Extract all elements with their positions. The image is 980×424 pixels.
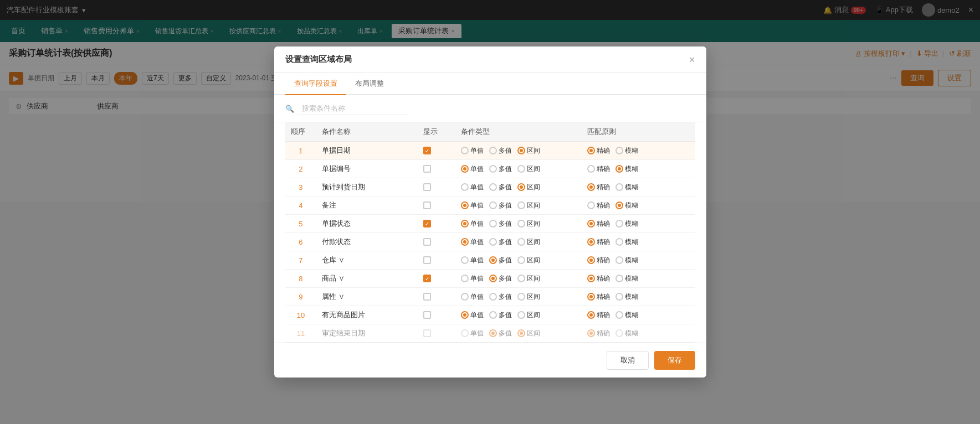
th-match: 匹配原则 [582,122,695,142]
type-cell: 单值 多值 区间 [455,178,582,197]
show-cell[interactable]: ✓ [418,142,455,160]
radio-range[interactable]: 区间 [517,201,540,203]
radio-exact[interactable]: 精确 [587,183,610,192]
conditions-table: 顺序 条件名称 显示 条件类型 匹配原则 1 单据日期 ✓ 单值 多值 [285,122,695,202]
type-cell: 单值 多值 区间 [455,197,582,203]
show-checkbox[interactable] [423,165,431,173]
show-cell[interactable] [418,160,455,178]
tab-layout[interactable]: 布局调整 [346,73,393,95]
show-checkbox[interactable] [423,183,431,191]
match-radio-group: 精确 模糊 [587,183,690,192]
th-order: 顺序 [285,122,317,142]
modal-close-btn[interactable]: × [689,55,695,65]
th-type: 条件类型 [455,122,582,142]
radio-single[interactable]: 单值 [461,201,484,203]
settings-modal: 设置查询区域布局 × 查询字段设置 布局调整 🔍 顺序 条件名称 显示 条件类型 [274,46,706,202]
modal-overlay: 设置查询区域布局 × 查询字段设置 布局调整 🔍 顺序 条件名称 显示 条件类型 [0,0,980,202]
match-cell: 精确 模糊 [582,178,695,197]
name-cell: 单据日期 [316,142,417,160]
radio-fuzzy[interactable]: 模糊 [615,183,638,192]
name-cell: 备注 [316,197,417,203]
name-cell: 预计到货日期 [316,178,417,197]
show-cell[interactable] [418,197,455,203]
type-radio-group: 单值 多值 区间 [461,201,576,203]
modal-title: 设置查询区域布局 [285,54,352,65]
radio-multi[interactable]: 多值 [489,164,512,174]
match-cell: 精确 模糊 [582,160,695,178]
modal-table-wrap: 顺序 条件名称 显示 条件类型 匹配原则 1 单据日期 ✓ 单值 多值 [274,122,706,202]
order-cell: 2 [285,160,317,178]
match-radio-group: 精确 模糊 [587,201,690,203]
type-radio-group: 单值 多值 区间 [461,183,576,192]
radio-multi[interactable]: 多值 [489,201,512,203]
type-radio-group: 单值 多值 区间 [461,146,576,156]
type-radio-group: 单值 多值 区间 [461,164,576,174]
radio-single[interactable]: 单值 [461,183,484,192]
modal-header: 设置查询区域布局 × [274,46,706,73]
order-cell: 3 [285,178,317,197]
radio-fuzzy[interactable]: 模糊 [615,164,638,174]
radio-single[interactable]: 单值 [461,146,484,156]
th-show: 显示 [418,122,455,142]
radio-range[interactable]: 区间 [517,146,540,156]
order-cell: 4 [285,197,317,203]
type-cell: 单值 多值 区间 [455,160,582,178]
radio-fuzzy[interactable]: 模糊 [615,201,638,203]
order-cell: 1 [285,142,317,160]
radio-range[interactable]: 区间 [517,183,540,192]
match-radio-group: 精确 模糊 [587,164,690,174]
match-radio-group: 精确 模糊 [587,146,690,156]
type-cell: 单值 多值 区间 [455,142,582,160]
match-cell: 精确 模糊 [582,142,695,160]
name-cell: 单据编号 [316,160,417,178]
radio-exact[interactable]: 精确 [587,146,610,156]
search-icon: 🔍 [285,105,294,113]
show-checkbox[interactable] [423,201,431,202]
tab-query-fields[interactable]: 查询字段设置 [285,73,346,95]
radio-multi[interactable]: 多值 [489,146,512,156]
th-name: 条件名称 [316,122,417,142]
modal-tabs: 查询字段设置 布局调整 [274,73,706,95]
condition-search-input[interactable] [297,102,408,115]
radio-single[interactable]: 单值 [461,164,484,174]
radio-multi[interactable]: 多值 [489,183,512,192]
radio-range[interactable]: 区间 [517,164,540,174]
radio-exact[interactable]: 精确 [587,164,610,174]
radio-exact[interactable]: 精确 [587,201,610,203]
show-checkbox[interactable]: ✓ [423,147,431,154]
show-cell[interactable] [418,178,455,197]
modal-search-area: 🔍 [274,95,706,122]
radio-fuzzy[interactable]: 模糊 [615,146,638,156]
match-cell: 精确 模糊 [582,197,695,203]
